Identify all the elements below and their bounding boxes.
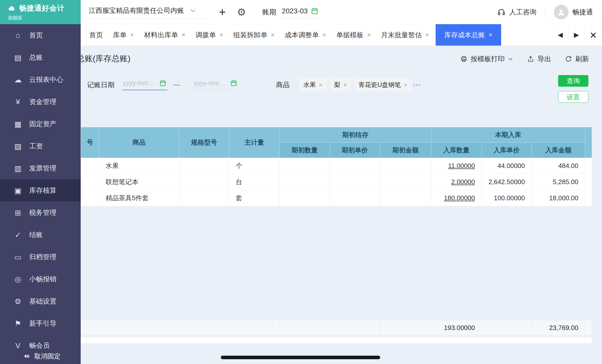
tab[interactable]: 库存成本总账× [436, 24, 501, 46]
unpin-sidebar-button[interactable]: 取消固定 [0, 348, 81, 364]
tab-close-icon[interactable]: × [322, 31, 326, 39]
cell-in-amount: 18,000.00 [532, 190, 585, 206]
sidebar-item-basic-settings[interactable]: ⚙基础设置 [0, 290, 81, 312]
support-button[interactable]: 人工咨询 [497, 8, 536, 17]
tab[interactable]: 首页 [86, 24, 106, 46]
main-content: 总账(库存总账) 按模板打印 导出 刷新 记账日期 — [81, 46, 602, 364]
col-header-in-price: 入库单价 [482, 143, 532, 158]
sidebar-item-general-ledger[interactable]: ▤总账 [0, 46, 81, 69]
tabs-scroll-left-button[interactable]: ◀ [552, 24, 568, 46]
tab[interactable]: 组装拆卸单× [230, 24, 278, 46]
tax-management-icon: ⊞ [13, 208, 23, 217]
in-qty-link[interactable]: 2.00000 [451, 178, 475, 186]
sidebar-item-label: 新手引导 [29, 319, 56, 328]
cell-opening-qty [280, 174, 330, 190]
refresh-label: 刷新 [575, 54, 589, 63]
refresh-button[interactable]: 刷新 [565, 54, 589, 63]
sidebar-item-reimbursement[interactable]: ◎小畅报销 [0, 268, 81, 290]
tag-remove-icon[interactable]: × [404, 81, 407, 88]
group-header-inbound: 本期入库 [431, 127, 585, 143]
sidebar-item-tax-management[interactable]: ⊞税务管理 [0, 202, 81, 224]
tab-label: 材料出库单 [144, 30, 178, 40]
tab-close-icon[interactable]: × [219, 31, 223, 39]
company-selector[interactable]: 江西服宝精品有限责任公司内账 [87, 5, 206, 19]
date-from-field[interactable] [122, 79, 167, 90]
period-value: 2023-03 [282, 7, 308, 15]
page-actions: 按模板打印 导出 刷新 [460, 54, 589, 63]
tab-close-icon[interactable]: × [182, 31, 185, 39]
export-label: 导出 [537, 54, 551, 63]
tag-remove-icon[interactable]: × [343, 81, 347, 88]
cell-spec [179, 174, 229, 190]
cell-unit: 套 [229, 190, 280, 206]
col-header-in-amount: 入库金额 [532, 143, 585, 158]
sidebar-menu: ⌂首页▤总账☁云报表中心¥资金管理▦固定资产▧工资▥发票管理▣库存核算⊞税务管理… [0, 24, 81, 364]
export-button[interactable]: 导出 [527, 54, 551, 63]
tab[interactable]: 月末批量暂估× [377, 24, 433, 46]
calendar-icon[interactable] [159, 80, 166, 87]
beginner-guide-icon: ⚑ [13, 319, 23, 328]
gear-icon[interactable]: ⚙ [237, 7, 246, 17]
tab[interactable]: 材料出库单× [140, 24, 189, 46]
tab-close-icon[interactable]: × [367, 31, 371, 39]
horizontal-scrollbar[interactable] [221, 356, 380, 359]
row-clipped-cell [81, 190, 99, 206]
sidebar-item-fixed-assets[interactable]: ▦固定资产 [0, 113, 81, 135]
col-header-in-qty: 入库数量 [431, 143, 482, 158]
inventory-accounting-icon: ▣ [13, 186, 23, 195]
sidebar-item-label: 归档管理 [29, 252, 56, 261]
tab[interactable]: 库单× [109, 24, 137, 46]
cell-unit: 台 [229, 174, 280, 190]
settings-button[interactable]: 设置 [558, 91, 588, 103]
chevron-down-icon [190, 7, 196, 14]
tab-close-icon[interactable]: × [271, 31, 275, 39]
query-button[interactable]: 查询 [558, 75, 588, 87]
add-button[interactable]: + [219, 6, 226, 18]
sidebar-item-payroll[interactable]: ▧工资 [0, 135, 81, 157]
username: 畅捷通 [573, 8, 593, 17]
date-to-input[interactable] [194, 80, 225, 87]
cell-opening-amount [380, 174, 431, 190]
row-sliver-cell [585, 158, 592, 174]
sidebar-item-archive-management[interactable]: ▭归档管理 [0, 246, 81, 268]
date-from-input[interactable] [123, 79, 154, 87]
close-tabs-button[interactable]: × [584, 24, 602, 46]
cell-in-price: 100.00000 [482, 190, 532, 206]
sidebar-item-inventory-accounting[interactable]: ▣库存核算 [0, 179, 81, 202]
tab-close-icon[interactable]: × [130, 31, 134, 39]
sidebar-item-beginner-guide[interactable]: ⚑新手引导 [0, 312, 81, 335]
tab[interactable]: 调拨单× [192, 24, 227, 46]
refresh-icon [565, 55, 572, 63]
sidebar-item-home[interactable]: ⌂首页 [0, 24, 81, 46]
product-tag: 水果× [299, 78, 326, 91]
date-filter-label: 记账日期 [87, 80, 114, 89]
period-selector[interactable]: 2023-03 [281, 6, 319, 18]
cell-opening-price [330, 190, 380, 206]
col-header-number: 号 [81, 127, 99, 158]
sidebar-item-cloud-report[interactable]: ☁云报表中心 [0, 69, 81, 91]
tab-close-icon[interactable]: × [489, 31, 492, 39]
print-by-template-button[interactable]: 按模板打印 [460, 54, 513, 63]
avatar[interactable] [554, 5, 568, 19]
in-qty-link[interactable]: 11.00000 [448, 162, 475, 170]
sidebar-item-closing[interactable]: ✓结账 [0, 224, 81, 246]
sidebar-item-fund-management[interactable]: ¥资金管理 [0, 91, 81, 113]
cell-in-qty: 2.00000 [431, 174, 482, 190]
more-tags-button[interactable]: ⋯ [413, 81, 422, 89]
sidebar-item-invoice-management[interactable]: ▥发票管理 [0, 157, 81, 179]
export-icon [527, 55, 534, 63]
calendar-icon[interactable] [230, 80, 237, 87]
page-title: 总账(库存总账) [81, 53, 130, 64]
in-qty-link[interactable]: 180.00000 [444, 194, 475, 202]
tab-close-icon[interactable]: × [425, 31, 429, 39]
tag-remove-icon[interactable]: × [319, 81, 322, 88]
inventory-ledger-table: 号 商品 规格型号 主计量 期初结存 本期入库 期初数量 期初单价 期初金额 入… [81, 127, 592, 206]
date-to-field[interactable] [193, 80, 238, 90]
fixed-assets-icon: ▦ [13, 120, 23, 128]
tab[interactable]: 单据模板× [333, 24, 374, 46]
topbar: 江西服宝精品有限责任公司内账 + ⚙ 账期 2023-03 人工咨询 畅捷通 [81, 0, 602, 24]
cell-unit: 个 [229, 158, 280, 174]
tab[interactable]: 成本调整单× [281, 24, 330, 46]
row-sliver-cell [585, 190, 592, 206]
tabs-scroll-right-button[interactable]: ▶ [568, 24, 584, 46]
